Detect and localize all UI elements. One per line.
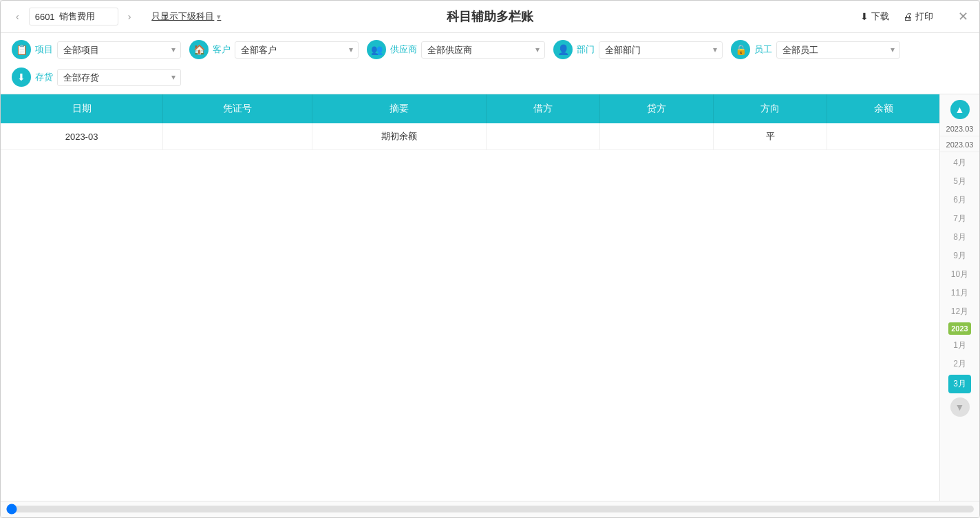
horizontal-scrollbar[interactable] [6, 506, 974, 512]
timeline-item[interactable]: 1月 [946, 336, 973, 355]
next-account-button[interactable]: › [124, 10, 136, 23]
filter-group-employee: 🔒 员工 全部员工 [731, 40, 900, 59]
timeline-item[interactable]: 2月 [946, 355, 973, 373]
customer-select[interactable]: 全部客户 [235, 41, 359, 59]
account-code-box: 6601 销售费用 [29, 8, 118, 25]
col-date: 日期 [1, 94, 163, 123]
cell-debit [486, 123, 599, 150]
print-label: 打印 [915, 10, 933, 23]
timeline-header-1: 2023.03 [940, 122, 979, 136]
main-area: 日期 凭证号 摘要 借方 贷方 方向 余额 2023-03期初余额平 ▲ 202… [1, 94, 979, 501]
employee-select[interactable]: 全部员工 [776, 41, 900, 59]
project-label: 项目 [35, 43, 53, 56]
timeline-item[interactable]: 5月 [946, 172, 973, 191]
chevron-down-icon: ▾ [217, 12, 221, 21]
ledger-table: 日期 凭证号 摘要 借方 贷方 方向 余额 2023-03期初余额平 [1, 94, 939, 150]
download-button[interactable]: ⬇ 下载 [860, 10, 889, 23]
project-select-wrapper: 全部项目 [57, 41, 181, 59]
inventory-icon: ⬇ [12, 68, 31, 87]
supplier-select[interactable]: 全部供应商 [421, 41, 545, 59]
department-select-wrapper: 全部部门 [599, 41, 723, 59]
customer-icon: 🏠 [189, 40, 209, 59]
col-voucher: 凭证号 [163, 94, 312, 123]
filter-group-project: 📋 项目 全部项目 [12, 40, 181, 59]
cell-balance [827, 123, 939, 150]
table-header-row: 日期 凭证号 摘要 借方 贷方 方向 余额 [1, 94, 939, 123]
timeline-months: 4月5月6月7月8月9月10月11月12月20231月2月3月 [946, 154, 973, 395]
supplier-icon: 👥 [367, 40, 386, 59]
employee-label: 员工 [754, 43, 772, 56]
employee-icon: 🔒 [731, 40, 750, 59]
timeline-down-button[interactable]: ▼ [950, 397, 970, 417]
bottom-bar [1, 501, 979, 517]
sub-account-filter-label: 只显示下级科目 [151, 10, 214, 23]
title-bar: ‹ 6601 销售费用 › 只显示下级科目 ▾ 科目辅助多栏账 ⬇ 下载 🖨 打… [1, 1, 979, 33]
main-window: ‹ 6601 销售费用 › 只显示下级科目 ▾ 科目辅助多栏账 ⬇ 下载 🖨 打… [0, 0, 980, 518]
department-label: 部门 [577, 43, 595, 56]
inventory-select-wrapper: 全部存货 [57, 69, 181, 86]
timeline-item[interactable]: 4月 [946, 154, 973, 172]
supplier-select-wrapper: 全部供应商 [421, 41, 545, 59]
timeline-item[interactable]: 12月 [946, 302, 973, 321]
print-icon: 🖨 [903, 11, 913, 22]
project-select[interactable]: 全部项目 [57, 41, 181, 59]
timeline-item[interactable]: 6月 [946, 191, 973, 209]
timeline-item[interactable]: 10月 [946, 265, 973, 284]
cell-credit [599, 123, 713, 150]
filter-group-supplier: 👥 供应商 全部供应商 [367, 40, 545, 59]
cell-summary: 期初余额 [312, 123, 486, 150]
col-summary: 摘要 [312, 94, 486, 123]
timeline-item[interactable]: 7月 [946, 209, 973, 228]
timeline-up-button[interactable]: ▲ [950, 100, 970, 119]
timeline-sidebar: ▲ 2023.03 2023.03 4月5月6月7月8月9月10月11月12月2… [939, 94, 979, 501]
col-debit: 借方 [486, 94, 599, 123]
prev-account-button[interactable]: ‹ [12, 10, 23, 23]
filter-group-department: 👤 部门 全部部门 [553, 40, 723, 59]
employee-select-wrapper: 全部员工 [776, 41, 900, 59]
customer-label: 客户 [213, 43, 231, 56]
col-balance: 余额 [827, 94, 939, 123]
department-select[interactable]: 全部部门 [599, 41, 723, 59]
table-area: 日期 凭证号 摘要 借方 贷方 方向 余额 2023-03期初余额平 [1, 94, 939, 501]
inventory-select[interactable]: 全部存货 [57, 69, 181, 86]
filter-group-inventory: ⬇ 存货 全部存货 [12, 68, 181, 87]
download-label: 下载 [871, 10, 889, 23]
table-body: 2023-03期初余额平 [1, 123, 939, 150]
timeline-item[interactable]: 8月 [946, 228, 973, 247]
account-name: 销售费用 [59, 10, 95, 23]
department-icon: 👤 [553, 40, 573, 59]
cell-date: 2023-03 [1, 123, 163, 150]
timeline-item[interactable]: 9月 [946, 247, 973, 265]
timeline-item[interactable]: 11月 [946, 284, 973, 302]
customer-select-wrapper: 全部客户 [235, 41, 359, 59]
col-credit: 贷方 [599, 94, 713, 123]
inventory-label: 存货 [35, 71, 53, 83]
close-button[interactable]: ✕ [958, 9, 968, 24]
account-code: 6601 [35, 12, 55, 22]
sub-account-filter-trigger[interactable]: 只显示下级科目 ▾ [151, 10, 221, 23]
print-button[interactable]: 🖨 打印 [903, 10, 933, 23]
toolbar-right: ⬇ 下载 🖨 打印 ✕ [860, 9, 968, 24]
filter-bar: 📋 项目 全部项目 🏠 客户 全部客户 👥 [1, 33, 979, 94]
download-icon: ⬇ [860, 11, 869, 22]
filter-group-customer: 🏠 客户 全部客户 [189, 40, 359, 59]
table-row[interactable]: 2023-03期初余额平 [1, 123, 939, 150]
col-direction: 方向 [714, 94, 827, 123]
timeline-item[interactable]: 2023 [948, 322, 970, 335]
supplier-label: 供应商 [390, 43, 417, 56]
timeline-item[interactable]: 3月 [948, 375, 970, 393]
timeline-header-2: 2023.03 [940, 138, 979, 152]
cell-voucher [163, 123, 312, 150]
page-title: 科目辅助多栏账 [447, 8, 533, 25]
project-icon: 📋 [12, 40, 31, 59]
cell-direction: 平 [714, 123, 827, 150]
